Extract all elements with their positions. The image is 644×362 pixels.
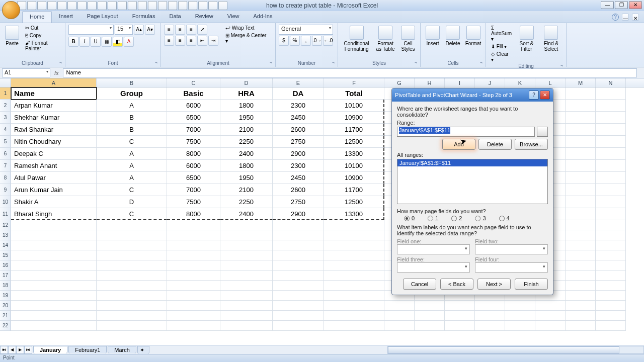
cell[interactable] [11, 250, 97, 260]
cell[interactable]: 8000 [167, 148, 220, 160]
cell[interactable] [167, 260, 220, 270]
row-header[interactable]: 22 [0, 321, 11, 331]
clear-button[interactable]: ◇ Clear ▾ [489, 51, 514, 63]
page-fields-radio-1[interactable]: 1 [428, 215, 438, 221]
cell[interactable]: Bharat Singh [11, 208, 97, 220]
cell[interactable] [566, 196, 596, 208]
tab-page-layout[interactable]: Page Layout [80, 11, 125, 23]
cell[interactable] [596, 136, 626, 148]
cell[interactable] [324, 240, 384, 250]
page-fields-radio-4[interactable]: 4 [499, 215, 510, 221]
cell[interactable] [11, 230, 97, 240]
cell[interactable]: 6000 [167, 100, 220, 112]
cell[interactable] [566, 270, 596, 281]
qat-btn[interactable] [67, 1, 76, 10]
cell[interactable]: 7500 [167, 136, 220, 148]
cell[interactable] [97, 220, 167, 230]
cell[interactable]: Basic [167, 87, 220, 100]
cell[interactable] [167, 220, 220, 230]
row-header[interactable]: 10 [0, 196, 11, 208]
add-button[interactable]: Add [442, 139, 475, 150]
cell[interactable] [596, 87, 626, 100]
cell[interactable]: 6500 [167, 172, 220, 184]
font-color-button[interactable]: A [124, 37, 134, 47]
cell[interactable] [324, 301, 384, 311]
cell[interactable] [566, 136, 596, 148]
row-header[interactable]: 2 [0, 100, 11, 112]
cell[interactable]: 2250 [220, 196, 273, 208]
row-header[interactable]: 11 [0, 208, 11, 220]
row-header[interactable]: 12 [0, 220, 11, 230]
align-top-icon[interactable]: ≡ [164, 25, 174, 35]
cell[interactable] [97, 301, 167, 311]
cell[interactable] [97, 311, 167, 321]
cell[interactable] [596, 270, 626, 281]
cell[interactable] [11, 270, 97, 281]
cell[interactable]: 2400 [220, 208, 273, 220]
cell[interactable] [566, 112, 596, 124]
qat-btn[interactable] [47, 1, 56, 10]
cell[interactable] [596, 148, 626, 160]
cell[interactable] [167, 311, 220, 321]
formula-input[interactable]: Name [63, 68, 637, 77]
cell[interactable] [475, 311, 505, 321]
cell[interactable] [11, 291, 97, 301]
cell[interactable] [97, 321, 167, 331]
tab-review[interactable]: Review [188, 11, 220, 23]
sheet-nav-next-icon[interactable]: ▶ [16, 346, 24, 354]
cell[interactable] [273, 250, 324, 260]
cell[interactable]: 2300 [273, 100, 324, 112]
cell[interactable] [167, 281, 220, 291]
cell[interactable] [566, 220, 596, 230]
qat-btn[interactable] [98, 1, 107, 10]
cell[interactable] [384, 321, 415, 331]
percent-icon[interactable]: % [290, 36, 300, 46]
row-header[interactable]: 18 [0, 281, 11, 291]
cell[interactable]: Group [97, 87, 167, 100]
qat-btn[interactable] [188, 1, 197, 10]
qat-btn[interactable] [138, 1, 147, 10]
new-sheet-icon[interactable]: ✦ [137, 346, 149, 354]
help-icon[interactable]: ? [612, 14, 619, 21]
minimize-ribbon-icon[interactable]: — [622, 14, 629, 21]
delete-cells-button[interactable]: Delete [444, 25, 462, 47]
cell[interactable]: 2900 [273, 208, 324, 220]
column-header[interactable]: N [596, 78, 626, 87]
format-as-table-button[interactable]: Format as Table [374, 25, 397, 53]
office-button[interactable] [2, 1, 20, 19]
cell[interactable]: 2100 [220, 124, 273, 136]
cell[interactable] [273, 220, 324, 230]
cell[interactable]: 2750 [273, 196, 324, 208]
dialog-close-icon[interactable]: ✕ [540, 90, 550, 100]
qat-more-icon[interactable] [218, 1, 227, 10]
cell[interactable] [505, 311, 535, 321]
column-header[interactable]: H [415, 78, 445, 87]
cell[interactable] [220, 240, 273, 250]
cell[interactable]: 7500 [167, 196, 220, 208]
cell[interactable]: 2300 [273, 160, 324, 172]
cell[interactable] [97, 281, 167, 291]
range-input[interactable]: January!$A$1:$F$11 [397, 127, 535, 137]
back-button[interactable]: < Back [440, 279, 473, 290]
cell[interactable] [167, 270, 220, 281]
font-family-combo[interactable] [68, 25, 114, 35]
cell[interactable] [324, 250, 384, 260]
qat-btn[interactable] [118, 1, 127, 10]
cell[interactable] [596, 184, 626, 196]
column-header[interactable]: K [505, 78, 535, 87]
cell[interactable]: Deepak C [11, 148, 97, 160]
cell[interactable] [566, 321, 596, 331]
tab-insert[interactable]: Insert [52, 11, 80, 23]
dialog-help-icon[interactable]: ? [529, 90, 539, 100]
cell[interactable] [273, 321, 324, 331]
cell[interactable] [475, 301, 505, 311]
cell[interactable] [273, 281, 324, 291]
cell[interactable] [596, 230, 626, 240]
cell[interactable] [596, 196, 626, 208]
cell[interactable]: 6000 [167, 160, 220, 172]
cell[interactable] [11, 260, 97, 270]
cell[interactable] [97, 270, 167, 281]
row-header[interactable]: 20 [0, 301, 11, 311]
cell[interactable] [220, 281, 273, 291]
column-header[interactable]: F [324, 78, 384, 87]
